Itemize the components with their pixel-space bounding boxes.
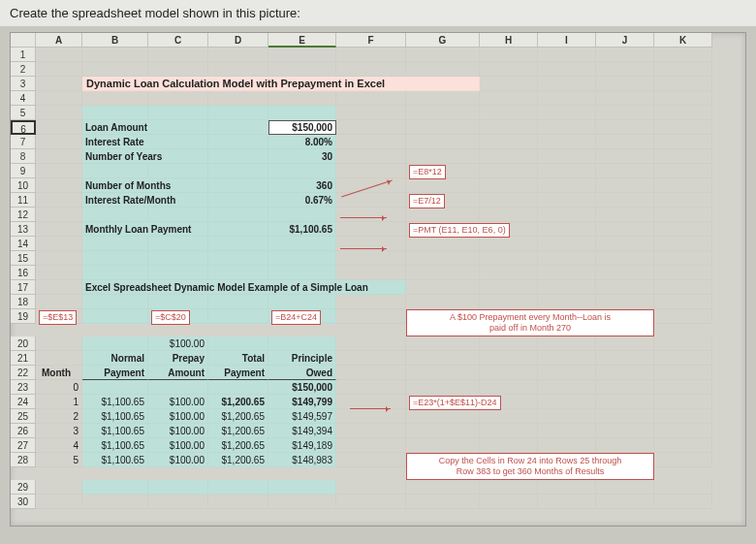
row-29[interactable]: 29 (11, 480, 36, 495)
col-F[interactable]: F (336, 33, 406, 48)
col-C[interactable]: C (148, 33, 208, 48)
row-20[interactable]: 20 (11, 336, 36, 351)
col-D[interactable]: D (208, 33, 268, 48)
prepay-note: A $100 Prepayment every Month--Loan ispa… (406, 309, 654, 336)
corner-cell[interactable] (11, 33, 36, 48)
col-A[interactable]: A (36, 33, 82, 48)
value-interest-rate[interactable]: 8.00% (268, 135, 336, 149)
table-row[interactable]: 2 (36, 409, 82, 424)
row-17[interactable]: 17 (11, 280, 36, 295)
table-row[interactable]: 3 (36, 424, 82, 438)
formula-pmt: =PMT (E11, E10, E6, 0) (406, 222, 538, 237)
label-months: Number of Months (82, 178, 208, 193)
arrow-icon (340, 217, 387, 218)
hdr-month: Month (36, 366, 82, 380)
row-15[interactable]: 15 (11, 251, 36, 266)
row-27[interactable]: 27 (11, 438, 36, 453)
col-B[interactable]: B (82, 33, 148, 48)
table-row[interactable]: 0 (36, 380, 82, 395)
col-E[interactable]: E (268, 33, 336, 48)
formula-b24c24: =B24+C24 (268, 309, 336, 324)
row-30[interactable]: 30 (11, 495, 36, 509)
row-21[interactable]: 21 (11, 351, 36, 366)
formula-e13: =$E$13 (36, 309, 82, 324)
formula-months: =E8*12 (406, 164, 480, 178)
row-5[interactable]: 5 (11, 106, 36, 120)
label-monthly-payment: Monthly Loan Payment (82, 222, 208, 237)
row-19[interactable]: 19 (11, 309, 36, 324)
col-K[interactable]: K (654, 33, 712, 48)
row-12[interactable]: 12 (11, 208, 36, 222)
row-2[interactable]: 2 (11, 62, 36, 77)
hdr-principle: Principle (268, 351, 336, 366)
row-10[interactable]: 10 (11, 178, 36, 193)
row-26[interactable]: 26 (11, 424, 36, 438)
row-4[interactable]: 4 (11, 91, 36, 106)
row-24[interactable]: 24 (11, 395, 36, 409)
col-H[interactable]: H (480, 33, 538, 48)
hdr-normal: Normal (82, 351, 148, 366)
table-row[interactable]: 5 (36, 453, 82, 467)
table-row[interactable]: 1 (36, 395, 82, 409)
section-header: Excel Spreadsheet Dynamic Model Example … (82, 280, 406, 295)
value-monthly-payment[interactable]: $1,100.65 (268, 222, 336, 237)
cell[interactable] (36, 48, 82, 62)
copy-note: Copy the Cells in Row 24 into Rows 25 th… (406, 453, 654, 480)
row-11[interactable]: 11 (11, 193, 36, 208)
row-18[interactable]: 18 (11, 295, 36, 309)
row-28[interactable]: 28 (11, 453, 36, 467)
table-row[interactable]: 4 (36, 438, 82, 453)
col-I[interactable]: I (538, 33, 596, 48)
col-J[interactable]: J (596, 33, 654, 48)
row-13[interactable]: 13 (11, 222, 36, 237)
row-6[interactable]: 6 (11, 120, 36, 135)
row-9[interactable]: 9 (11, 164, 36, 178)
row-8[interactable]: 8 (11, 149, 36, 164)
row-22[interactable]: 22 (11, 366, 36, 380)
page-instruction: Create the spreadsheet model shown in th… (0, 0, 756, 26)
hdr-payment: Payment (82, 366, 148, 380)
value-months[interactable]: 360 (268, 178, 336, 193)
hdr-payment2: Payment (208, 366, 268, 380)
formula-e23: =E23*(1+$E$11)-D24 (406, 395, 538, 409)
hdr-total: Total (208, 351, 268, 366)
prepay-amount[interactable]: $100.00 (148, 336, 208, 351)
label-years: Number of Years (82, 149, 208, 164)
value-loan-amount[interactable]: $150,000 (268, 120, 336, 135)
formula-rate-month: =E7/12 (406, 193, 480, 208)
label-loan-amount: Loan Amount (82, 120, 208, 135)
row-16[interactable]: 16 (11, 266, 36, 280)
value-years[interactable]: 30 (268, 149, 336, 164)
label-interest-rate: Interest Rate (82, 135, 208, 149)
value-rate-month[interactable]: 0.67% (268, 193, 336, 208)
row-23[interactable]: 23 (11, 380, 36, 395)
hdr-owed: Owed (268, 366, 336, 380)
row-14[interactable]: 14 (11, 237, 36, 251)
arrow-icon (340, 248, 387, 249)
row-3[interactable]: 3 (11, 77, 36, 91)
row-25[interactable]: 25 (11, 409, 36, 424)
col-G[interactable]: G (406, 33, 480, 48)
hdr-prepay: Prepay (148, 351, 208, 366)
row-7[interactable]: 7 (11, 135, 36, 149)
arrow-icon (350, 408, 391, 409)
model-title: Dynamic Loan Calculation Model with Prep… (82, 77, 480, 91)
formula-c20: =$C$20 (148, 309, 208, 324)
label-rate-month: Interest Rate/Month (82, 193, 208, 208)
spreadsheet[interactable]: A B C D E F G H I J K 1 2 3 Dynamic Loan… (10, 32, 746, 527)
row-1[interactable]: 1 (11, 48, 36, 62)
hdr-amount: Amount (148, 366, 208, 380)
